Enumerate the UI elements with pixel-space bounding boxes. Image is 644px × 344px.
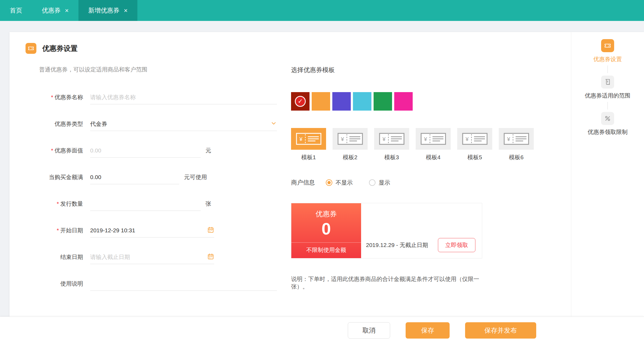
calendar-icon[interactable] xyxy=(207,253,214,261)
coupon-name-label: 优惠券名称 xyxy=(55,94,83,100)
color-swatch-purple[interactable] xyxy=(332,92,351,111)
step-connector xyxy=(607,66,608,73)
radio-checked-icon[interactable] xyxy=(326,179,332,186)
step-coupon-settings-label: 优惠券设置 xyxy=(594,55,622,63)
color-swatch-green[interactable] xyxy=(374,92,392,111)
svg-text:¥: ¥ xyxy=(507,136,510,142)
coupon-type-value: 代金券 xyxy=(90,120,268,128)
preview-coupon-title: 优惠券 xyxy=(316,209,337,219)
coupon-icon xyxy=(601,39,614,52)
template-section: 选择优惠券模板 ✓ ¥ xyxy=(291,66,487,290)
start-date-label: 开始日期 xyxy=(60,227,83,233)
template-5[interactable]: ¥ 模板5 xyxy=(457,128,492,161)
field-coupon-value: *优惠券面值 元 xyxy=(39,143,278,158)
color-swatch-orange[interactable] xyxy=(312,92,330,111)
step-rail: 优惠券设置 ¥ 优惠券适用的范围 优惠券领取限制 xyxy=(571,32,644,317)
issue-quantity-label: 发行数量 xyxy=(60,201,83,207)
field-usage-notes: 使用说明 xyxy=(39,277,278,291)
template-6[interactable]: ¥ 模板6 xyxy=(499,128,534,161)
required-marker: * xyxy=(51,94,53,100)
end-date-input[interactable] xyxy=(90,250,205,264)
color-swatch-row: ✓ xyxy=(291,92,487,111)
preview-date-range: 2019.12.29 - 无截止日期 xyxy=(366,241,428,249)
coupon-settings-card: 优惠券设置 普通优惠券，可以设定适用商品和客户范围 *优惠券名称 优惠券类型 xyxy=(10,32,644,317)
footer-action-bar: 取消 保存 保存并发布 xyxy=(0,317,644,344)
template-2[interactable]: ¥ 模板2 xyxy=(333,128,368,161)
step-connector xyxy=(607,102,608,109)
tab-coupon-list[interactable]: 优惠券 × xyxy=(32,0,78,21)
template-section-title: 选择优惠券模板 xyxy=(291,66,487,74)
step-coupon-scope-label: 优惠券适用的范围 xyxy=(585,92,630,99)
template-6-label: 模板6 xyxy=(509,154,524,161)
tab-new-coupon[interactable]: 新增优惠券 × xyxy=(78,0,137,21)
template-row: ¥ 模板1 ¥ 模板2 ¥ xyxy=(291,128,487,161)
step-coupon-claim-limit[interactable]: 优惠券领取限制 xyxy=(588,112,628,136)
usage-notes-label: 使用说明 xyxy=(60,280,83,287)
preview-limit-text: 不限制使用金额 xyxy=(306,243,346,258)
field-end-date: 结束日期 xyxy=(39,250,278,264)
issue-quantity-suffix: 张 xyxy=(206,200,211,211)
radio-show-merchant[interactable]: 显示 xyxy=(369,179,390,186)
claim-now-button[interactable]: 立即领取 xyxy=(438,238,475,252)
ticket-icon: ¥ xyxy=(499,128,534,150)
tab-home-label: 首页 xyxy=(10,6,22,15)
template-4-label: 模板4 xyxy=(426,154,441,161)
ticket-icon: ¥ xyxy=(333,128,368,150)
required-marker: * xyxy=(57,201,59,207)
ticket-icon: ¥ xyxy=(416,128,451,150)
coupon-form: 普通优惠券，可以设定适用商品和客户范围 *优惠券名称 优惠券类型 代金券 xyxy=(39,66,278,303)
close-icon[interactable]: × xyxy=(65,7,69,14)
required-marker: * xyxy=(57,227,59,233)
svg-text:¥: ¥ xyxy=(382,136,386,142)
save-publish-button[interactable]: 保存并发布 xyxy=(465,322,536,339)
coupon-type-select[interactable]: 代金券 xyxy=(90,117,277,131)
coupon-value-input[interactable] xyxy=(90,143,201,157)
template-3[interactable]: ¥ 模板3 xyxy=(374,128,409,161)
min-spend-label: 当购买金额满 xyxy=(49,174,83,180)
template-4[interactable]: ¥ 模板4 xyxy=(416,128,451,161)
step-coupon-scope[interactable]: ¥ 优惠券适用的范围 xyxy=(585,76,630,99)
coupon-name-input[interactable] xyxy=(90,90,277,104)
usage-note: 说明：下单时，适用此优惠券商品的合计金额满足条件才可以使用（仅限一张）。 xyxy=(291,275,487,290)
save-button[interactable]: 保存 xyxy=(406,322,450,339)
cancel-button[interactable]: 取消 xyxy=(348,322,390,339)
required-marker: * xyxy=(51,147,53,154)
tab-home[interactable]: 首页 xyxy=(0,0,32,21)
step-coupon-settings[interactable]: 优惠券设置 xyxy=(594,39,622,63)
receipt-icon: ¥ xyxy=(601,76,614,89)
min-spend-input[interactable] xyxy=(90,170,179,184)
main-content: 优惠券设置 普通优惠券，可以设定适用商品和客户范围 *优惠券名称 优惠券类型 xyxy=(10,32,571,317)
calendar-icon[interactable] xyxy=(207,226,214,234)
radio-show-label: 显示 xyxy=(379,179,390,186)
template-2-label: 模板2 xyxy=(343,154,358,161)
color-swatch-magenta[interactable] xyxy=(394,92,413,111)
svg-text:¥: ¥ xyxy=(607,80,608,83)
chevron-down-icon[interactable] xyxy=(270,120,277,128)
close-icon[interactable]: × xyxy=(124,7,128,14)
merchant-info-label: 商户信息 xyxy=(291,179,315,187)
page-body: 优惠券设置 普通优惠券，可以设定适用商品和客户范围 *优惠券名称 优惠券类型 xyxy=(0,21,644,317)
coupon-value-label: 优惠券面值 xyxy=(55,147,83,154)
issue-quantity-input[interactable] xyxy=(90,197,201,211)
field-coupon-type: 优惠券类型 代金券 xyxy=(39,117,278,131)
radio-unchecked-icon[interactable] xyxy=(369,179,375,186)
step-coupon-claim-limit-label: 优惠券领取限制 xyxy=(588,128,628,136)
field-issue-quantity: *发行数量 张 xyxy=(39,197,278,211)
page-title: 优惠券设置 xyxy=(42,44,78,53)
radio-hide-merchant[interactable]: 不显示 xyxy=(326,179,353,186)
ticket-icon: ¥ xyxy=(291,128,326,150)
check-icon: ✓ xyxy=(295,96,306,107)
coupon-icon xyxy=(26,43,36,54)
svg-text:¥: ¥ xyxy=(465,136,469,142)
merchant-info-row: 商户信息 不显示 显示 xyxy=(291,179,487,187)
percent-icon xyxy=(601,112,614,125)
field-start-date: *开始日期 xyxy=(39,223,278,237)
ticket-icon: ¥ xyxy=(457,128,492,150)
start-date-input[interactable] xyxy=(90,223,205,237)
usage-notes-input[interactable] xyxy=(90,277,277,290)
color-swatch-cyan[interactable] xyxy=(353,92,371,111)
template-1[interactable]: ¥ 模板1 xyxy=(291,128,326,161)
color-swatch-selected[interactable]: ✓ xyxy=(291,92,310,111)
radio-hide-label: 不显示 xyxy=(336,179,353,186)
coupon-value-suffix: 元 xyxy=(206,147,211,158)
